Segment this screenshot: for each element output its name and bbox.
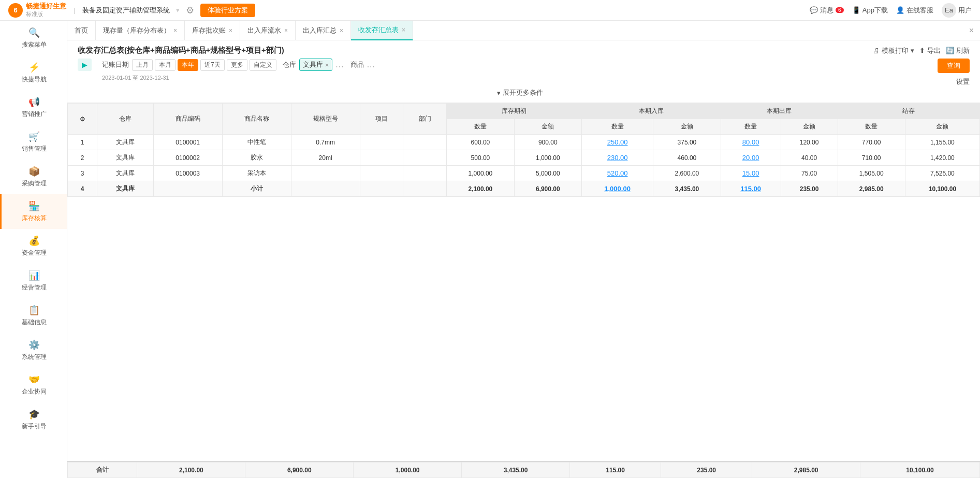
inventory-icon: 🏪 [28,200,40,212]
date-label: 记账日期 [102,60,129,69]
refresh-icon: 🔄 [946,47,954,54]
demo-button[interactable]: 体验行业方案 [200,4,255,17]
print-button[interactable]: 🖨 模板打印 ▾ [873,46,914,55]
tab-bar-close[interactable]: × [963,26,980,35]
messages-item[interactable]: 💬 消息 6 [810,6,844,15]
sidebar-item-finance[interactable]: 💰 资金管理 [0,229,67,264]
tab-receive-summary[interactable]: 收发存汇总表 × [351,21,413,40]
cell-project [360,181,403,197]
date-btn-this-month[interactable]: 本月 [155,59,175,71]
table-row: 1 文具库 0100001 中性笔 0.7mm 600.00 900.00 25… [68,135,980,150]
sidebar-item-quick-nav[interactable]: ⚡ 快捷导航 [0,55,67,90]
sidebar-item-search[interactable]: 🔍 搜索菜单 [0,21,67,55]
cell-warehouse: 文具库 [97,166,153,181]
cell-in-amt: 375.00 [653,135,721,150]
sidebar-item-marketing[interactable]: 📢 营销推广 [0,90,67,125]
finance-icon: 💰 [28,235,40,247]
refresh-button[interactable]: 🔄 刷新 [946,46,970,55]
query-button[interactable]: 查询 [938,59,970,73]
th-in: 本期入库 [581,104,721,119]
avatar: Ea [942,3,956,18]
cell-opening-amt: 1,000.00 [514,150,581,166]
expand-arrow-icon: ▾ [497,89,501,97]
footer-in-amt: 3,435.00 [462,462,570,478]
base-info-icon: 📋 [28,305,40,316]
cell-warehouse: 文具库 [97,135,153,150]
date-range-display: 2023-01-01 至 2023-12-31 [102,74,938,82]
service-icon: 👤 [896,6,904,14]
cell-in-qty: 1,000.00 [581,181,653,197]
date-btn-more[interactable]: 更多 [227,59,247,71]
tab-close-inout-summary[interactable]: × [340,27,343,34]
sidebar-label-quick-nav: 快捷导航 [22,75,47,84]
th-balance: 结存 [838,104,979,119]
tab-inout-summary[interactable]: 出入库汇总 × [296,21,351,40]
sidebar-item-system[interactable]: ⚙️ 系统管理 [0,333,67,368]
sidebar-label-base-info: 基础信息 [22,318,47,327]
settings-link[interactable]: 设置 [956,77,970,86]
tab-inout-flow[interactable]: 出入库流水 × [240,21,296,40]
goods-more-btn[interactable]: ... [367,60,375,69]
tab-close-receive-summary[interactable]: × [402,26,405,34]
warehouse-more-btn[interactable]: ... [335,60,344,69]
sidebar-item-operations[interactable]: 📊 经营管理 [0,264,67,298]
cell-balance-amt: 1,420.00 [905,150,979,166]
cell-goods-code [153,181,222,197]
page-title: 收发存汇总表(按仓库+商品编码+商品+规格型号+项目+部门) [78,46,284,55]
cell-opening-qty: 600.00 [447,135,514,150]
sidebar-item-guide[interactable]: 🎓 新手引导 [0,402,67,437]
guide-icon: 🎓 [28,409,40,420]
cell-project [360,166,403,181]
expand-more-btn[interactable]: ▾ 展开更多条件 [497,88,543,97]
tab-close-inventory-dist[interactable]: × [173,27,177,34]
cell-in-qty: 520.00 [581,166,653,181]
cell-no: 4 [68,181,97,197]
cell-goods-name: 中性笔 [222,135,291,150]
tab-batch[interactable]: 库存批次账 × [185,21,240,40]
cell-warehouse: 文具库 [97,150,153,166]
sidebar-item-enterprise[interactable]: 🤝 企业协同 [0,368,67,402]
date-btn-7days[interactable]: 近7天 [200,59,225,71]
sidebar-item-sales[interactable]: 🛒 销售管理 [0,125,67,160]
cell-opening-qty: 2,100.00 [447,181,514,197]
filter-toggle-btn[interactable]: ▶ [78,59,92,71]
sidebar-item-base-info[interactable]: 📋 基础信息 [0,298,67,333]
cell-in-qty: 250.00 [581,135,653,150]
th-out-amt: 金额 [781,119,838,135]
th-gear[interactable]: ⚙ [68,104,97,135]
tab-bar: 首页 现存量（库存分布表） × 库存批次账 × 出入库流水 × 出入库汇总 × … [67,21,980,40]
sidebar-item-inventory[interactable]: 🏪 库存核算 [0,194,67,229]
tab-inventory-dist[interactable]: 现存量（库存分布表） × [96,21,185,40]
date-btn-this-year[interactable]: 本年 [178,59,198,71]
date-btn-last-month[interactable]: 上月 [132,59,153,71]
logo-area: 6 畅捷通好生意 标准版 [8,2,66,18]
cell-opening-amt: 5,000.00 [514,166,581,181]
search-icon: 🔍 [28,27,40,38]
cell-balance-qty: 2,985.00 [838,181,905,197]
sidebar-item-purchase[interactable]: 📦 采购管理 [0,160,67,194]
tab-close-inout-flow[interactable]: × [284,27,288,34]
app-download-item[interactable]: 📱 App下载 [852,6,888,15]
goods-field-group: 商品 ... [350,60,375,69]
cell-goods-code: 0100002 [153,150,222,166]
data-table: ⚙ 仓库 商品编码 商品名称 规格型号 项目 部门 库存期初 本期入库 本期出库… [67,103,980,197]
tab-close-batch[interactable]: × [229,27,232,34]
th-in-qty: 数量 [581,119,653,135]
th-department: 部门 [403,104,447,135]
online-service-item[interactable]: 👤 在线客服 [896,6,933,15]
warehouse-tag-remove[interactable]: × [325,61,329,69]
cell-balance-qty: 1,505.00 [838,166,905,181]
cell-out-qty: 15.00 [721,166,781,181]
tab-home[interactable]: 首页 [67,21,96,40]
user-item[interactable]: Ea 用户 [942,3,972,18]
table-container: ⚙ 仓库 商品编码 商品名称 规格型号 项目 部门 库存期初 本期入库 本期出库… [67,103,980,461]
export-button[interactable]: ⬆ 导出 [919,46,941,55]
sidebar-label-enterprise: 企业协同 [22,387,47,396]
cell-balance-qty: 710.00 [838,150,905,166]
table-row: 3 文具库 0100003 采访本 1,000.00 5,000.00 520.… [68,166,980,181]
date-btn-custom[interactable]: 自定义 [250,59,276,71]
cell-project [360,135,403,150]
footer-balance-amt: 10,100.00 [860,462,980,478]
footer-balance-qty: 2,985.00 [752,462,860,478]
message-icon: 💬 [810,6,818,14]
